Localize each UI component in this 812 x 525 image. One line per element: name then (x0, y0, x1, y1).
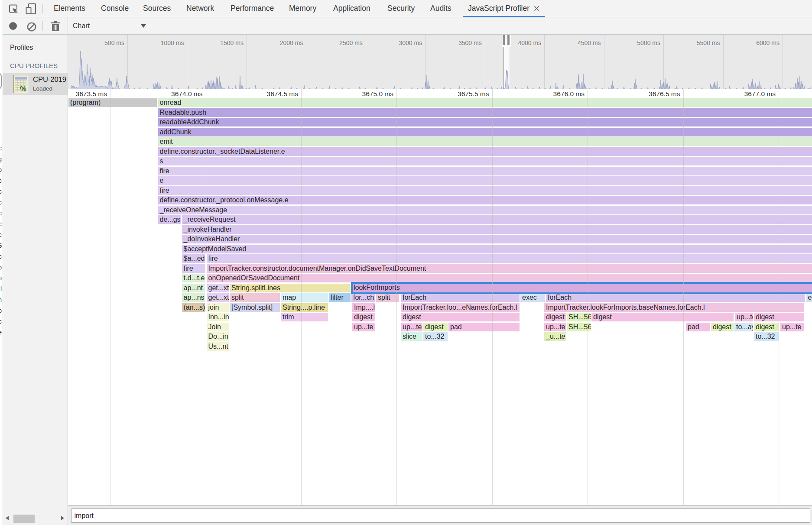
svg-text:%: % (20, 85, 26, 93)
